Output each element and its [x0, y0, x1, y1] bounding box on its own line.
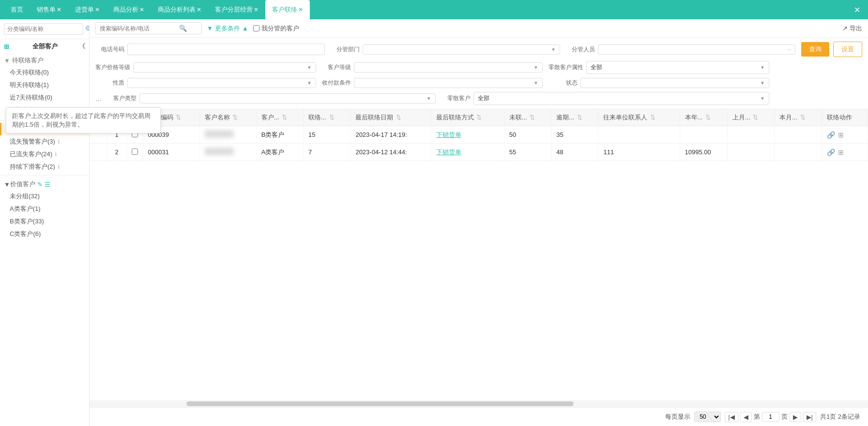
status-select[interactable]: ▼ [580, 78, 769, 88]
row1-method[interactable]: 下销货单 [431, 126, 504, 144]
sidebar-declining[interactable]: 持续下滑客户(2) ℹ [0, 161, 89, 173]
sort-contact-icon[interactable]: ⇅ [329, 114, 335, 121]
row2-select[interactable] [132, 148, 138, 155]
nav-customer-contact[interactable]: 客户联络 ✕ [265, 0, 310, 19]
add-icon[interactable]: ☰ [45, 181, 50, 188]
retail-attr-label: 零散客户属性 [548, 63, 583, 72]
sort-code-icon[interactable]: ⇅ [176, 114, 181, 121]
page-input[interactable] [762, 412, 779, 422]
nav-sales[interactable]: 销售单 ✕ [30, 0, 68, 19]
sort-thisyear-icon[interactable]: ⇅ [705, 114, 711, 121]
edit-icon[interactable]: ✎ [37, 181, 43, 188]
dots-btn[interactable]: ... [95, 94, 102, 103]
col-company-contact: 往来单位联系人 ⇅ [598, 109, 680, 126]
payment-chevron-icon: ▼ [533, 80, 538, 86]
sidebar-churned[interactable]: 已流失客户(24) ℹ [0, 148, 89, 161]
dept-select[interactable]: ▼ [363, 44, 560, 55]
settings-btn[interactable]: 设置 [833, 42, 862, 57]
filter-row-1: 电话号码 分管部门 ▼ 分管人员 ··· [95, 42, 862, 57]
nav-customer-contact-close[interactable]: ✕ [298, 6, 303, 13]
filter-my-customers[interactable]: 我分管的客户 [253, 24, 299, 33]
total-records: 共1页 2条记录 [820, 412, 860, 421]
retail-cust-chevron-icon: ▼ [760, 96, 765, 101]
retail-customer-select[interactable]: 全部 ▼ [473, 92, 769, 105]
phone-input[interactable] [127, 44, 325, 55]
retail-attr-select[interactable]: 全部 ▼ [586, 61, 769, 74]
sort-name-icon[interactable]: ⇅ [232, 114, 238, 121]
sidebar-churn-warning[interactable]: 流失预警客户(3) ℹ [0, 135, 89, 148]
sidebar-value-title[interactable]: ▼ 价值客户 ✎ ☰ [0, 177, 89, 190]
sort-overdue-icon[interactable]: ⇅ [577, 114, 582, 121]
nav-product-list[interactable]: 商品分析列表 ✕ [151, 0, 208, 19]
filter-search-icon[interactable]: 🔍 [179, 25, 187, 32]
filter-row-2: 客户价格等级 ▼ 客户等级 ▼ 零散客户属性 全部 [95, 61, 862, 74]
row2-contact: 7 [304, 144, 350, 161]
sidebar-ungrouped[interactable]: 未分组(32) [0, 190, 89, 203]
row2-type: A类客户 [256, 144, 303, 161]
window-close-btn[interactable]: ✕ [850, 5, 864, 15]
sidebar-7day-pending[interactable]: 近7天待联络(0) [0, 91, 89, 104]
nav-customer-tier[interactable]: 客户分层经营 ✕ [208, 0, 265, 19]
first-page-btn[interactable]: |◀ [725, 412, 738, 422]
filter-row-4: ... 客户类型 ▼ 零散客户 全部 ▼ [95, 92, 862, 105]
nav-customer-tier-close[interactable]: ✕ [254, 6, 259, 13]
sidebar-a-class[interactable]: A类客户(1) [0, 203, 89, 215]
sort-thismonth-icon[interactable]: ⇅ [800, 114, 806, 121]
sidebar-all-customers[interactable]: ⊞ 全部客户 《 [0, 39, 89, 54]
nav-product-analysis[interactable]: 商品分析 ✕ [107, 0, 151, 19]
filter-search-input[interactable] [100, 25, 177, 32]
sidebar-b-class[interactable]: B类客户(33) [0, 215, 89, 228]
next-page-btn[interactable]: ▶ [790, 412, 801, 422]
sidebar-search-bar: 🔍 [0, 19, 89, 39]
nav-sales-close[interactable]: ✕ [57, 6, 61, 13]
filter-retail-customer: 零散客户 全部 ▼ [442, 92, 769, 105]
nav-product-analysis-close[interactable]: ✕ [139, 6, 144, 13]
row1-method-link[interactable]: 下销货单 [436, 131, 461, 138]
sidebar-c-class[interactable]: C类客户(6) [0, 228, 89, 240]
nav-product-list-close[interactable]: ✕ [197, 6, 201, 13]
h-scroll-track[interactable] [90, 401, 868, 407]
row2-action: 🔗 ⊞ [822, 144, 868, 161]
sidebar-today-pending[interactable]: 今天待联络(0) [0, 66, 89, 79]
row2-grid-icon[interactable]: ⊞ [838, 148, 844, 156]
payment-select[interactable]: ▼ [354, 78, 543, 88]
row1-type: B类客户 [256, 126, 303, 144]
sidebar-pending-title[interactable]: ▼ 待联络客户 [0, 54, 89, 66]
customer-level-select[interactable]: ▼ [354, 62, 543, 73]
sort-lastmonth-icon[interactable]: ⇅ [753, 114, 758, 121]
row1-grid-icon[interactable]: ⊞ [838, 131, 844, 139]
nav-purchase[interactable]: 进货单 ✕ [68, 0, 107, 19]
sidebar-search-icon[interactable]: 🔍 [85, 26, 90, 33]
per-page-select[interactable]: 10 20 50 100 [694, 411, 721, 422]
payment-label: 收付款条件 [322, 79, 351, 87]
sort-company-icon[interactable]: ⇅ [650, 114, 655, 121]
customer-type-select[interactable]: ▼ [139, 93, 435, 103]
gender-select[interactable]: ▼ [127, 78, 316, 88]
col-this-year: 本年... ⇅ [680, 109, 727, 126]
row2-method[interactable]: 下销货单 [431, 144, 504, 161]
sidebar-search-input[interactable] [4, 23, 83, 35]
sort-method-icon[interactable]: ⇅ [476, 114, 482, 121]
row1-link-icon[interactable]: 🔗 [827, 131, 835, 139]
sidebar-collapse-icon[interactable]: 《 [79, 42, 85, 51]
sort-date-icon[interactable]: ⇅ [396, 114, 401, 121]
row2-link-icon[interactable]: 🔗 [827, 148, 835, 156]
sort-type-icon[interactable]: ⇅ [282, 114, 287, 121]
export-btn[interactable]: ↗ 导出 [842, 24, 862, 33]
row2-checkbox [126, 144, 143, 161]
my-customers-checkbox[interactable] [253, 25, 259, 31]
col-action: 联络动作 [822, 109, 868, 126]
last-page-btn[interactable]: ▶| [803, 412, 816, 422]
row2-method-link[interactable]: 下销货单 [436, 148, 461, 156]
manager-select[interactable]: ··· [598, 44, 795, 55]
cust-type-chevron-icon: ▼ [426, 96, 431, 101]
filter-more-btn[interactable]: ▼ 更多条件 ▲ [207, 24, 248, 33]
nav-home[interactable]: 首页 [4, 0, 30, 19]
filter-gender: 性质 ▼ [95, 78, 316, 88]
sidebar-tomorrow-pending[interactable]: 明天待联络(1) [0, 79, 89, 91]
prev-page-btn[interactable]: ◀ [740, 412, 752, 422]
sort-uncontacted-icon[interactable]: ⇅ [530, 114, 535, 121]
price-level-select[interactable]: ▼ [133, 62, 316, 73]
query-btn[interactable]: 查询 [801, 42, 829, 57]
nav-purchase-close[interactable]: ✕ [95, 6, 100, 13]
